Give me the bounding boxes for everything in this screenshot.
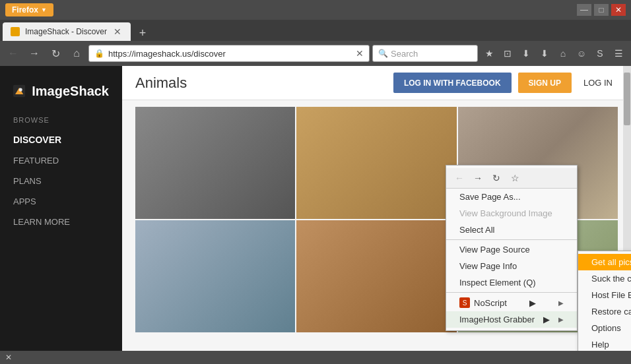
tab-favicon-icon: [11, 27, 20, 36]
title-bar: Firefox ▼ — □ ✕: [0, 0, 631, 20]
sidebar-item-discover[interactable]: DISCOVER: [0, 129, 122, 150]
new-tab-button[interactable]: +: [133, 25, 152, 41]
submenu: Get all pics on page Suck the current th…: [578, 251, 631, 351]
nav-bar: ← → ↻ ⌂ 🔒 https://imageshack.us/discover…: [0, 41, 631, 66]
ctx-inspect[interactable]: Inspect Element (Q): [446, 274, 577, 291]
bookmarks-icon[interactable]: ★: [481, 45, 498, 62]
sidebar-item-plans[interactable]: PLANS: [0, 171, 122, 191]
photo-item[interactable]: [135, 107, 295, 219]
address-text: https://imageshack.us/discover: [108, 49, 352, 59]
submenu-item-options[interactable]: Options: [578, 320, 631, 336]
tab-title: ImageShack - Discover: [25, 27, 107, 36]
sync-icon[interactable]: ⊡: [499, 45, 516, 62]
signup-button[interactable]: SIGN UP: [518, 73, 572, 93]
submenu-item-host-file[interactable]: Host File Editor: [578, 287, 631, 303]
reload-button[interactable]: ↻: [46, 45, 65, 62]
ctx-noscript-label: NoScript: [474, 298, 507, 308]
address-reload-button[interactable]: ✕: [356, 48, 364, 59]
submenu-item-suck-thread[interactable]: Suck the current thread: [578, 270, 631, 287]
content-area: Animals LOG IN WITH FACEBOOK SIGN UP LOG…: [122, 66, 631, 351]
menu-icon[interactable]: ☰: [610, 45, 627, 62]
tab-bar: ImageShack - Discover ✕ +: [0, 20, 631, 41]
ctx-separator-1: [446, 239, 577, 240]
ctx-select-all[interactable]: Select All: [446, 222, 577, 238]
firefox-label: Firefox: [12, 5, 38, 15]
ctx-bookmark-button[interactable]: ☆: [507, 171, 523, 185]
ctx-forward-button[interactable]: →: [470, 171, 486, 185]
page-header: Animals LOG IN WITH FACEBOOK SIGN UP LOG…: [122, 66, 631, 100]
home-nav-icon[interactable]: ⌂: [554, 45, 572, 62]
emoji-icon[interactable]: ☺: [573, 45, 590, 62]
photo-item[interactable]: [135, 220, 295, 332]
home-button[interactable]: ⌂: [67, 45, 86, 62]
back-button[interactable]: ←: [4, 45, 22, 62]
sidebar-logo: ImageShack: [0, 79, 122, 116]
tab-close-button[interactable]: ✕: [112, 26, 123, 37]
firefox-arrow-icon: ▼: [41, 7, 47, 13]
sidebar-item-apps[interactable]: APPS: [0, 191, 122, 212]
context-menu-overlay: ← → ↻ ☆ Save Page As... View Background …: [446, 165, 578, 331]
photo-item[interactable]: [296, 220, 456, 332]
firefox-menu-button[interactable]: Firefox ▼: [5, 3, 53, 16]
page-title: Animals: [135, 75, 187, 92]
sidebar-item-learn-more[interactable]: LEARN MORE: [0, 212, 122, 232]
sidebar-logo-text: ImageShack: [32, 84, 109, 99]
svg-point-2: [19, 88, 22, 91]
noscript-arrow-icon: ▶: [529, 298, 536, 308]
scrollbar-thumb[interactable]: [624, 73, 630, 125]
ctx-imagegrabber-label: ImageHost Grabber: [459, 315, 535, 324]
address-bar[interactable]: 🔒 https://imageshack.us/discover ✕: [88, 45, 370, 62]
login-button[interactable]: LOG IN: [578, 73, 618, 93]
close-button[interactable]: ✕: [611, 4, 626, 16]
forward-button[interactable]: →: [25, 45, 44, 62]
browser-frame: Firefox ▼ — □ ✕ ImageShack - Discover ✕ …: [0, 0, 631, 364]
ctx-back-button[interactable]: ←: [451, 171, 467, 185]
minimize-button[interactable]: —: [577, 4, 591, 16]
facebook-login-button[interactable]: LOG IN WITH FACEBOOK: [393, 73, 512, 93]
status-close-icon[interactable]: ✕: [5, 353, 12, 362]
ctx-view-source[interactable]: View Page Source: [446, 241, 577, 258]
ctx-reload-button[interactable]: ↻: [488, 171, 504, 185]
profile-icon[interactable]: S: [591, 45, 609, 62]
submenu-item-restore-session[interactable]: Restore cached session: [578, 303, 631, 320]
search-placeholder: Search: [391, 49, 418, 59]
header-buttons: LOG IN WITH FACEBOOK SIGN UP LOG IN: [393, 73, 618, 93]
window-controls: — □ ✕: [577, 4, 626, 16]
context-menu: ← → ↻ ☆ Save Page As... View Background …: [446, 165, 578, 331]
ctx-save-page[interactable]: Save Page As...: [446, 189, 577, 205]
sidebar-item-featured[interactable]: FEATURED: [0, 150, 122, 171]
ctx-view-bg: View Background Image: [446, 205, 577, 222]
browser-tab[interactable]: ImageShack - Discover ✕: [3, 22, 131, 41]
noscript-icon: S: [459, 297, 470, 308]
ctx-view-info[interactable]: View Page Info: [446, 258, 577, 274]
maximize-button[interactable]: □: [594, 4, 609, 16]
sidebar: ImageShack Browse DISCOVER FEATURED PLAN…: [0, 66, 122, 351]
sidebar-browse-label: Browse: [0, 116, 122, 129]
submenu-item-get-all-pics[interactable]: Get all pics on page: [578, 254, 631, 270]
imageshack-logo-icon: [13, 79, 25, 103]
lock-icon: 🔒: [94, 49, 104, 58]
ctx-noscript[interactable]: S NoScript ▶: [446, 294, 577, 311]
context-menu-header: ← → ↻ ☆: [446, 168, 577, 189]
main-layout: ImageShack Browse DISCOVER FEATURED PLAN…: [0, 66, 631, 351]
search-bar[interactable]: 🔍 Search: [372, 45, 478, 62]
photo-item[interactable]: [296, 107, 456, 219]
ctx-imagegrabber[interactable]: ImageHost Grabber ▶: [446, 311, 577, 328]
ctx-separator-2: [446, 292, 577, 293]
pocket-icon[interactable]: ⬇: [517, 45, 535, 62]
download-icon[interactable]: ⬇: [536, 45, 553, 62]
submenu-item-help[interactable]: Help: [578, 336, 631, 351]
nav-icons: ★ ⊡ ⬇ ⬇ ⌂ ☺ S ☰: [481, 45, 627, 62]
imagegrabber-arrow-icon: ▶: [543, 315, 550, 324]
status-bar: ✕: [0, 351, 631, 364]
search-icon: 🔍: [378, 49, 388, 58]
